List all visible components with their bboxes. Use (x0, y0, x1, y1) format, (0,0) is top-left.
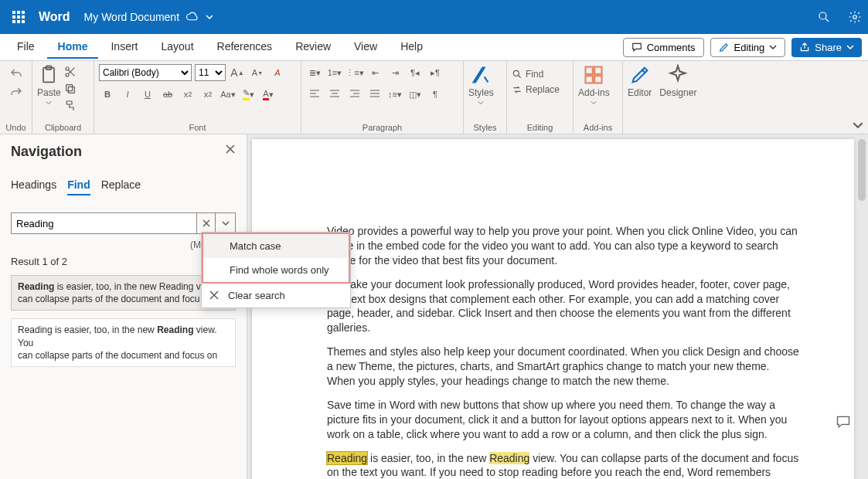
addins-icon (583, 64, 604, 86)
title-bar: Word My Word Document (0, 0, 868, 34)
match-case-option[interactable]: Match case (203, 234, 349, 258)
menu-layout[interactable]: Layout (150, 36, 204, 59)
clear-search-option[interactable]: Clear search (202, 284, 350, 307)
menu-review[interactable]: Review (284, 36, 342, 59)
menu-home[interactable]: Home (47, 36, 99, 59)
result-text: Reading is easier, too, in the new (18, 324, 157, 335)
paragraph: Video provides a powerful way to help yo… (327, 224, 800, 268)
chevron-down-icon (769, 43, 777, 51)
editor-icon (629, 64, 651, 86)
ribbon-group-font: Calibri (Body) 11 A▲ A▼ A B I U ab x2 x2… (94, 61, 301, 134)
svg-rect-11 (586, 76, 593, 83)
designer-button[interactable]: Designer (659, 64, 696, 98)
copy-icon[interactable] (64, 83, 77, 95)
result-match: Reading (157, 324, 193, 335)
decrease-indent-button[interactable]: ⇤ (366, 64, 383, 81)
find-options-dropdown[interactable] (216, 212, 236, 234)
underline-button[interactable]: U (139, 86, 156, 103)
font-size-select[interactable]: 11 (195, 64, 226, 81)
bold-button[interactable]: B (99, 86, 116, 103)
comments-label: Comments (647, 42, 696, 53)
align-center-button[interactable] (326, 86, 343, 103)
gear-icon[interactable] (848, 10, 862, 24)
align-left-button[interactable] (306, 86, 323, 103)
multilevel-list-button[interactable]: ⋮≡▾ (346, 64, 363, 81)
subscript-button[interactable]: x2 (179, 86, 196, 103)
align-right-button[interactable] (346, 86, 363, 103)
ribbon-expand-icon[interactable] (853, 120, 863, 131)
menu-help[interactable]: Help (390, 36, 434, 59)
superscript-button[interactable]: x2 (199, 86, 216, 103)
increase-indent-button[interactable]: ⇥ (386, 64, 403, 81)
editor-button[interactable]: Editor (628, 64, 652, 98)
replace-label: Replace (526, 84, 560, 95)
justify-button[interactable] (366, 86, 383, 103)
font-color-button[interactable]: A▾ (260, 86, 277, 103)
editing-group-label: Editing (512, 121, 568, 132)
ribbon-group-paragraph: ≣▾ 1≡▾ ⋮≡▾ ⇤ ⇥ ¶◂ ▸¶ ↕≡▾ ◫▾ ¶ Paragraph (301, 61, 464, 134)
format-painter-icon[interactable] (64, 100, 77, 112)
menu-references[interactable]: References (206, 36, 284, 59)
tab-headings[interactable]: Headings (11, 178, 56, 195)
bullets-button[interactable]: ≣▾ (306, 64, 323, 81)
find-input[interactable] (11, 212, 197, 234)
ribbon-group-addins: Add-ins Add-ins (574, 61, 623, 134)
document-title-text: My Word Document (84, 11, 179, 23)
ribbon-group-styles: Styles Styles (464, 61, 507, 134)
clear-search-icon[interactable] (197, 212, 216, 234)
editing-mode-button[interactable]: Editing (710, 38, 786, 57)
menu-file[interactable]: File (6, 36, 46, 59)
find-button[interactable]: Find (512, 69, 543, 80)
font-name-select[interactable]: Calibri (Body) (99, 64, 192, 81)
redo-icon[interactable] (9, 86, 23, 100)
result-text: can collapse parts of the document and f… (18, 294, 199, 304)
italic-button[interactable]: I (119, 86, 136, 103)
chevron-down-icon (478, 100, 484, 106)
undo-icon[interactable] (9, 67, 23, 81)
change-case-button[interactable]: Aa▾ (220, 86, 237, 103)
document-page[interactable]: Video provides a powerful way to help yo… (252, 139, 854, 479)
result-text: can collapse parts of the document and f… (18, 350, 217, 361)
search-icon[interactable] (817, 10, 831, 24)
result-match: Reading (18, 281, 54, 292)
replace-button[interactable]: Replace (512, 84, 560, 95)
shading-button[interactable]: ◫▾ (407, 86, 424, 103)
whole-words-option[interactable]: Find whole words only (203, 258, 349, 282)
ribbon-group-undo: Undo (0, 61, 32, 134)
styles-group-label: Styles (468, 121, 502, 132)
result-text: is easier, too, in the new Reading vie (54, 281, 208, 292)
styles-button[interactable]: Styles (468, 64, 494, 106)
show-marks-button[interactable]: ¶ (427, 86, 444, 103)
share-button[interactable]: Share (791, 38, 862, 57)
styles-icon (470, 64, 492, 86)
paste-button[interactable]: Paste (37, 64, 61, 106)
cloud-saved-icon (186, 10, 199, 24)
designer-label: Designer (659, 87, 696, 98)
vertical-scrollbar[interactable] (858, 139, 866, 474)
ltr-button[interactable]: ¶◂ (407, 64, 424, 81)
scissors-icon[interactable] (64, 66, 77, 78)
addins-button[interactable]: Add-ins (578, 64, 610, 106)
scrollbar-thumb[interactable] (858, 139, 866, 201)
navigation-title: Navigation (11, 144, 236, 160)
rtl-button[interactable]: ▸¶ (427, 64, 444, 81)
line-spacing-button[interactable]: ↕≡▾ (386, 86, 403, 103)
highlight-color-button[interactable]: ✎▾ (240, 86, 257, 103)
document-title[interactable]: My Word Document (84, 10, 213, 24)
comments-button[interactable]: Comments (623, 38, 704, 57)
menu-insert[interactable]: Insert (100, 36, 148, 59)
find-label: Find (526, 69, 543, 80)
numbering-button[interactable]: 1≡▾ (326, 64, 343, 81)
app-launcher-icon[interactable] (6, 11, 31, 23)
tab-find[interactable]: Find (67, 178, 90, 195)
tab-replace[interactable]: Replace (101, 178, 141, 195)
grow-font-icon[interactable]: A▲ (229, 64, 246, 81)
strikethrough-button[interactable]: ab (159, 86, 176, 103)
result-item[interactable]: Reading is easier, too, in the new Readi… (11, 318, 236, 367)
close-icon[interactable] (225, 144, 236, 158)
feedback-icon[interactable] (836, 414, 851, 433)
svg-rect-7 (66, 85, 72, 91)
clear-formatting-icon[interactable]: A (269, 64, 286, 81)
shrink-font-icon[interactable]: A▼ (249, 64, 266, 81)
menu-view[interactable]: View (343, 36, 388, 59)
